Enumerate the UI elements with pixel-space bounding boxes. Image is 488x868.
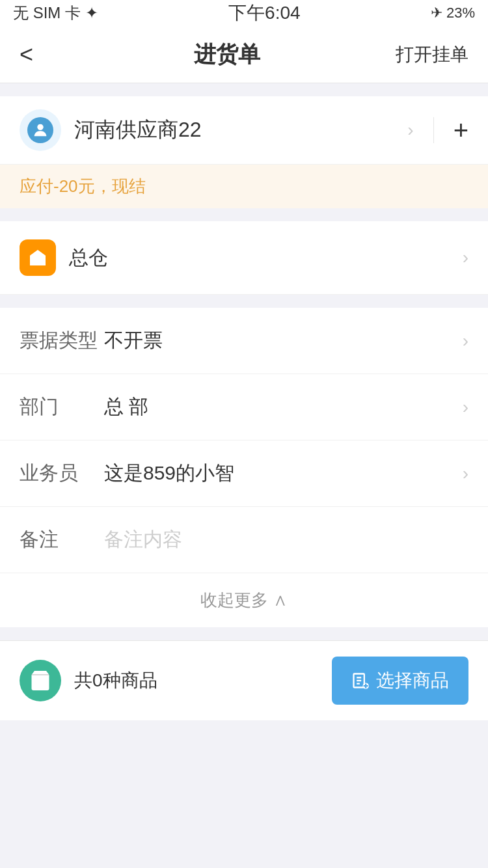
section-divider-4	[0, 627, 488, 640]
svg-rect-1	[35, 260, 40, 265]
add-supplier-button[interactable]: +	[454, 116, 468, 145]
department-row[interactable]: 部门 总 部 ›	[0, 374, 488, 441]
vertical-divider	[433, 117, 434, 143]
supplier-row[interactable]: 河南供应商22 › +	[0, 96, 488, 165]
remark-value[interactable]: 备注内容	[104, 526, 468, 553]
salesperson-value: 这是859的小智	[104, 460, 463, 487]
warehouse-chevron-icon: ›	[463, 247, 468, 268]
salesperson-label: 业务员	[20, 460, 104, 487]
collapse-button[interactable]: 收起更多 ∧	[0, 573, 488, 627]
status-time: 下午6:04	[228, 1, 301, 25]
ticket-type-value: 不开票	[104, 327, 463, 354]
ticket-type-row[interactable]: 票据类型 不开票 ›	[0, 308, 488, 374]
department-label: 部门	[20, 394, 104, 420]
department-value: 总 部	[104, 394, 463, 420]
warehouse-name: 总仓	[69, 245, 463, 271]
remark-row[interactable]: 备注 备注内容	[0, 507, 488, 573]
supplier-section: 河南供应商22 › + 应付-20元，现结	[0, 96, 488, 208]
notice-bar: 应付-20元，现结	[0, 165, 488, 208]
status-right: ✈ 23%	[431, 5, 475, 21]
select-product-label: 选择商品	[376, 668, 449, 693]
sim-label: 无 SIM 卡 ✦	[13, 3, 98, 23]
svg-point-0	[37, 124, 43, 130]
ticket-type-chevron-icon: ›	[463, 331, 468, 351]
bottom-bar: 共0种商品 选择商品	[0, 640, 488, 720]
cart-count: 共0种商品	[74, 668, 319, 693]
battery-icon: ✈	[431, 5, 442, 21]
section-divider-3	[0, 295, 488, 308]
supplier-name: 河南供应商22	[74, 116, 407, 144]
ticket-type-label: 票据类型	[20, 327, 104, 354]
status-left: 无 SIM 卡 ✦	[13, 3, 98, 23]
nav-bar: < 进货单 打开挂单	[0, 26, 488, 83]
select-product-button[interactable]: 选择商品	[332, 657, 468, 705]
battery-level: 23%	[446, 5, 475, 21]
form-section: 票据类型 不开票 › 部门 总 部 › 业务员 这是859的小智 › 备注 备注…	[0, 308, 488, 627]
user-icon	[27, 117, 53, 143]
salesperson-row[interactable]: 业务员 这是859的小智 ›	[0, 441, 488, 507]
department-chevron-icon: ›	[463, 397, 468, 418]
section-divider-1	[0, 83, 488, 96]
open-pending-button[interactable]: 打开挂单	[396, 42, 468, 67]
cart-icon-wrap	[20, 660, 61, 701]
warehouse-section: 总仓 ›	[0, 221, 488, 295]
salesperson-chevron-icon: ›	[463, 463, 468, 484]
supplier-chevron-icon: ›	[407, 120, 413, 141]
status-bar: 无 SIM 卡 ✦ 下午6:04 ✈ 23%	[0, 0, 488, 26]
warehouse-icon-wrap	[20, 239, 56, 276]
warehouse-row[interactable]: 总仓 ›	[0, 221, 488, 295]
page-title: 进货单	[194, 40, 260, 70]
avatar	[20, 109, 61, 151]
back-button[interactable]: <	[20, 41, 59, 68]
remark-label: 备注	[20, 526, 104, 553]
supplier-row-actions: › +	[407, 116, 468, 145]
section-divider-2	[0, 208, 488, 221]
